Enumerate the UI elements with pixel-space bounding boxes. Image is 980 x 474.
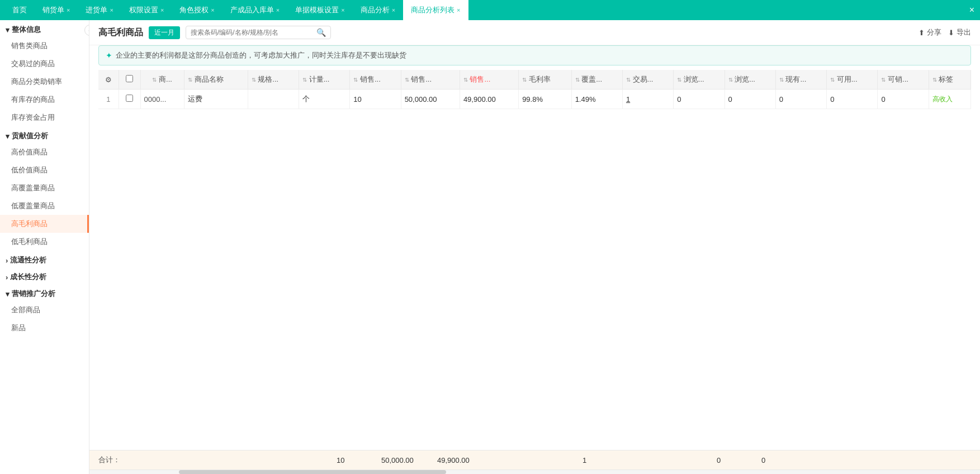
cell-code[interactable]: 0000... (140, 90, 184, 109)
sidebar-item-high-margin[interactable]: 高毛利商品 (0, 215, 89, 233)
cell-checkbox[interactable] (119, 90, 140, 109)
nav-tab-product-analysis[interactable]: 商品分析 × (353, 0, 403, 20)
sidebar-item-category-assist-rate[interactable]: 商品分类助销率 (0, 73, 89, 91)
row-checkbox[interactable] (126, 95, 133, 102)
col-unit[interactable]: ⇅ 计量... (299, 70, 350, 90)
nav-tab-home[interactable]: 首页 (4, 0, 35, 20)
sidebar-group-overall[interactable]: ▾ 整体信息 (0, 20, 89, 37)
col-checkbox[interactable] (119, 70, 140, 90)
footer-empty-3 (490, 456, 534, 464)
col-spec[interactable]: ⇅ 规格... (248, 70, 299, 90)
col-view1[interactable]: ⇅ 浏览... (674, 70, 725, 90)
col-gross-margin[interactable]: ⇅ 毛利率 (519, 70, 572, 90)
col-tag[interactable]: ⇅ 标签 (929, 70, 970, 90)
info-icon: ✦ (106, 51, 112, 60)
sidebar-group-marketing[interactable]: ▾ 营销推广分析 (0, 284, 89, 301)
sidebar-item-high-value[interactable]: 高价值商品 (0, 143, 89, 161)
nav-tab-sales[interactable]: 销货单 × (35, 0, 78, 20)
col-code[interactable]: ⇅ 商... (140, 70, 184, 90)
nav-tab-role[interactable]: 角色授权 × (172, 0, 222, 20)
horizontal-scrollbar[interactable] (89, 470, 980, 474)
content-area: 高毛利商品 近一月 🔍 ⬆ 分享 ⬇ 导出 ✦ 企业的主要的利润都是这部分商品创… (89, 20, 980, 474)
close-icon[interactable]: × (457, 7, 460, 13)
cell-sales-profit: 49,900.00 (460, 90, 518, 109)
cell-sales-qty: 10 (350, 90, 401, 109)
sidebar-group-contribution[interactable]: ▾ 贡献值分析 (0, 126, 89, 143)
col-sales-amount[interactable]: ⇅ 销售... (401, 70, 460, 90)
col-settings[interactable]: ⚙ (98, 70, 119, 90)
sidebar-item-new-goods[interactable]: 新品 (0, 319, 89, 337)
chevron-down-icon: ▾ (6, 132, 10, 140)
col-sales-profit[interactable]: ⇅ 销售... (460, 70, 518, 90)
cell-view1: 0 (674, 90, 725, 109)
export-icon: ⬇ (948, 29, 954, 37)
sidebar-item-in-stock-goods[interactable]: 有库存的商品 (0, 91, 89, 109)
content-header: 高毛利商品 近一月 🔍 ⬆ 分享 ⬇ 导出 (89, 20, 980, 45)
sidebar-item-low-value[interactable]: 低价值商品 (0, 161, 89, 179)
sidebar-item-low-coverage[interactable]: 低覆盖量商品 (0, 197, 89, 215)
footer-current: 0 (713, 456, 758, 464)
close-icon[interactable]: × (110, 7, 113, 13)
table-row: 1 0000... 运费 个 10 50,000.00 49,900.00 99… (98, 90, 971, 109)
col-coverage[interactable]: ⇅ 覆盖... (571, 70, 622, 90)
col-sales-qty[interactable]: ⇅ 销售... (350, 70, 401, 90)
footer-trade: 1 (579, 456, 624, 464)
footer-available: 0 (758, 456, 803, 464)
info-banner: ✦ 企业的主要的利润都是这部分商品创造的，可考虑加大推广，同时关注库存是不要出现… (98, 45, 971, 65)
cell-gross-margin: 99.8% (519, 90, 572, 109)
cell-available: 0 (827, 90, 878, 109)
sidebar-group-liquidity[interactable]: › 流通性分析 (0, 251, 89, 267)
sidebar-item-low-margin[interactable]: 低毛利商品 (0, 233, 89, 251)
sidebar-item-stock-capital[interactable]: 库存资金占用 (0, 109, 89, 126)
nav-tab-template[interactable]: 单据模板设置 × (287, 0, 352, 20)
col-current[interactable]: ⇅ 现有... (775, 70, 826, 90)
col-available[interactable]: ⇅ 可用... (827, 70, 878, 90)
nav-tab-purchase[interactable]: 进货单 × (78, 0, 121, 20)
product-table: ⚙ ⇅ 商... ⇅ 商品名称 ⇅ 规格... ⇅ 计量... ⇅ 销售... … (98, 70, 971, 109)
sidebar-item-traded-goods[interactable]: 交易过的商品 (0, 55, 89, 73)
tag-badge: 高收入 (932, 95, 953, 103)
window-close-button[interactable]: × (969, 5, 974, 15)
cell-coverage: 1.49% (571, 90, 622, 109)
trade-link[interactable]: 1 (626, 95, 630, 104)
footer-empty-4 (534, 456, 579, 464)
col-name[interactable]: ⇅ 商品名称 (184, 70, 248, 90)
sidebar-item-high-coverage[interactable]: 高覆盖量商品 (0, 179, 89, 197)
search-input[interactable] (191, 29, 313, 36)
nav-tab-product-inbound[interactable]: 产成品入库单 × (222, 0, 287, 20)
nav-tab-product-analysis-list[interactable]: 商品分析列表 × (403, 0, 468, 20)
footer-sales-amount: 50,000.00 (378, 456, 434, 464)
sidebar-group-growth[interactable]: › 成长性分析 (0, 267, 89, 284)
sidebar-item-all-goods[interactable]: 全部商品 (0, 301, 89, 319)
cell-index: 1 (98, 90, 119, 109)
close-icon[interactable]: × (211, 7, 214, 13)
close-icon[interactable]: × (67, 7, 70, 13)
footer-sales-profit: 49,900.00 (434, 456, 490, 464)
share-button[interactable]: ⬆ 分享 (919, 27, 941, 37)
cell-current: 0 (775, 90, 826, 109)
scrollbar-thumb[interactable] (179, 470, 446, 474)
col-view2[interactable]: ⇅ 浏览... (725, 70, 775, 90)
nav-tab-permission[interactable]: 权限设置 × (121, 0, 172, 20)
close-icon[interactable]: × (160, 7, 164, 13)
col-saleable[interactable]: ⇅ 可销... (878, 70, 929, 90)
close-icon[interactable]: × (276, 7, 280, 13)
table-wrapper: ⚙ ⇅ 商... ⇅ 商品名称 ⇅ 规格... ⇅ 计量... ⇅ 销售... … (89, 70, 980, 450)
footer-empty-2 (233, 456, 333, 464)
close-icon[interactable]: × (392, 7, 395, 13)
period-button[interactable]: 近一月 (149, 26, 180, 39)
main-layout: « ▾ 整体信息 销售类商品 交易过的商品 商品分类助销率 有库存的商品 库存资… (0, 20, 980, 474)
top-nav: 首页 销货单 × 进货单 × 权限设置 × 角色授权 × 产成品入库单 × 单据… (0, 0, 980, 20)
footer-total-bar: 合计： 10 50,000.00 49,900.00 1 0 0 (89, 450, 980, 470)
page-title: 高毛利商品 (98, 27, 143, 39)
select-all-checkbox[interactable] (126, 75, 133, 82)
export-button[interactable]: ⬇ 导出 (948, 27, 971, 37)
search-icon[interactable]: 🔍 (316, 28, 326, 37)
sidebar-item-sales-goods[interactable]: 销售类商品 (0, 37, 89, 55)
cell-trade: 1 (622, 90, 673, 109)
close-icon[interactable]: × (341, 7, 344, 13)
cell-view2: 0 (725, 90, 775, 109)
col-trade[interactable]: ⇅ 交易... (622, 70, 673, 90)
footer-empty-6 (669, 456, 713, 464)
search-box: 🔍 (186, 26, 331, 39)
